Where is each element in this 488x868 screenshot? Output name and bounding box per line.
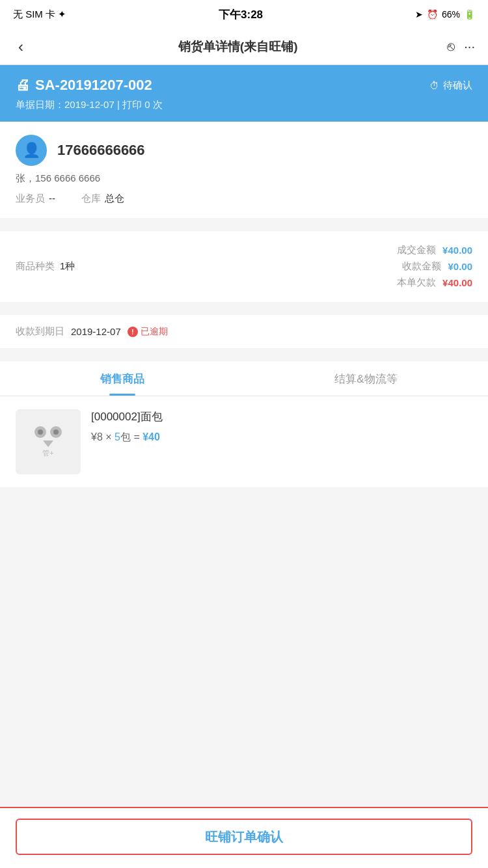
due-date-card: 收款到期日 2019-12-07 ! 已逾期 (0, 315, 488, 348)
section-divider-2 (0, 308, 488, 315)
debt-amount-label: 本单欠款 (397, 277, 436, 289)
status-time: 下午3:28 (219, 7, 263, 22)
due-date-label: 收款到期日 (16, 325, 64, 338)
order-date-line: 单据日期：2019-12-07 | 打印 0 次 (16, 99, 472, 111)
salesperson-value: -- (49, 193, 55, 205)
battery-level: 66% (442, 9, 460, 20)
invoice-icon: 🖨 (16, 77, 30, 94)
customer-phone: 17666666666 (57, 142, 145, 159)
summary-card: 商品种类 1种 成交金额 ¥40.00 收款金额 ¥0.00 本单欠款 ¥40.… (0, 231, 488, 302)
sim-status: 无 SIM 卡 ✦ (13, 8, 66, 21)
product-thumbnail: 管+ (16, 409, 81, 474)
back-button[interactable]: ‹ (13, 33, 29, 61)
owl-right-pupil (53, 429, 59, 435)
product-item: 管+ [0000002]面包 ¥8 × 5包 = ¥40 (16, 409, 472, 474)
overdue-dot-icon: ! (128, 327, 138, 337)
due-date-value: 2019-12-07 (71, 326, 121, 337)
owl-label: 管+ (42, 448, 53, 458)
owl-left-eye (34, 426, 46, 438)
product-list: 管+ [0000002]面包 ¥8 × 5包 = ¥40 (0, 396, 488, 487)
location-icon: ➤ (415, 9, 423, 20)
page-title: 销货单详情(来自旺铺) (178, 38, 298, 55)
nav-bar: ‹ 销货单详情(来自旺铺) ⎋ ··· (0, 29, 488, 65)
debt-amount-value: ¥40.00 (442, 277, 472, 288)
received-amount-value: ¥0.00 (448, 261, 472, 272)
price-base: ¥8 × (91, 431, 115, 442)
overdue-badge: ! 已逾期 (128, 326, 168, 338)
tab-settlement-logistics[interactable]: 结算&物流等 (244, 361, 488, 396)
owl-beak (43, 441, 53, 447)
more-button[interactable]: ··· (464, 39, 475, 54)
tabs: 销售商品 结算&物流等 (0, 361, 488, 396)
owl-eyes (34, 426, 62, 438)
avatar-icon: 👤 (23, 142, 40, 159)
warehouse-value: 总仓 (105, 193, 124, 205)
product-type-value: 1种 (60, 260, 75, 273)
price-equals: = (131, 431, 142, 442)
section-divider-1 (0, 224, 488, 231)
status-right: ➤ ⏰ 66% 🔋 (415, 9, 475, 20)
clock-icon: ⏱ (429, 80, 439, 91)
product-info: [0000002]面包 ¥8 × 5包 = ¥40 (91, 409, 472, 444)
customer-card: 👤 17666666666 张，156 6666 6666 业务员 -- 仓库 … (0, 122, 488, 218)
customer-contact: 张，156 6666 6666 (16, 172, 472, 185)
price-unit: 包 (120, 431, 131, 442)
price-qty: 5 (115, 431, 120, 442)
salesperson-label: 业务员 (16, 193, 45, 205)
order-id: 🖨 SA-20191207-002 (16, 77, 152, 94)
transaction-amount-label: 成交金额 (397, 244, 436, 256)
product-type-label: 商品种类 (16, 260, 55, 273)
order-status: ⏱ 待确认 (429, 79, 472, 92)
share-button[interactable]: ⎋ (447, 39, 455, 54)
confirm-button-wrapper: 旺铺订单确认 (0, 807, 488, 868)
received-amount-label: 收款金额 (402, 260, 441, 273)
price-total: ¥40 (142, 431, 160, 442)
warehouse-label: 仓库 (81, 193, 101, 205)
alarm-icon: ⏰ (427, 9, 438, 20)
tab-sales-products[interactable]: 销售商品 (0, 361, 244, 396)
status-left: 无 SIM 卡 ✦ (13, 8, 66, 21)
owl-logo: 管+ (34, 426, 62, 458)
battery-icon: 🔋 (464, 9, 475, 20)
transaction-amount-value: ¥40.00 (442, 245, 472, 256)
customer-avatar: 👤 (16, 135, 47, 166)
customer-meta: 业务员 -- 仓库 总仓 (16, 193, 472, 205)
order-header: 🖨 SA-20191207-002 ⏱ 待确认 单据日期：2019-12-07 … (0, 65, 488, 122)
product-price: ¥8 × 5包 = ¥40 (91, 431, 472, 444)
overdue-text: 已逾期 (141, 326, 168, 338)
nav-actions: ⎋ ··· (447, 39, 475, 54)
bottom-area (0, 494, 488, 663)
product-name: [0000002]面包 (91, 409, 472, 424)
owl-left-pupil (38, 429, 43, 435)
section-divider-3 (0, 355, 488, 361)
confirm-order-button[interactable]: 旺铺订单确认 (16, 819, 472, 855)
status-bar: 无 SIM 卡 ✦ 下午3:28 ➤ ⏰ 66% 🔋 (0, 0, 488, 29)
owl-right-eye (50, 426, 62, 438)
